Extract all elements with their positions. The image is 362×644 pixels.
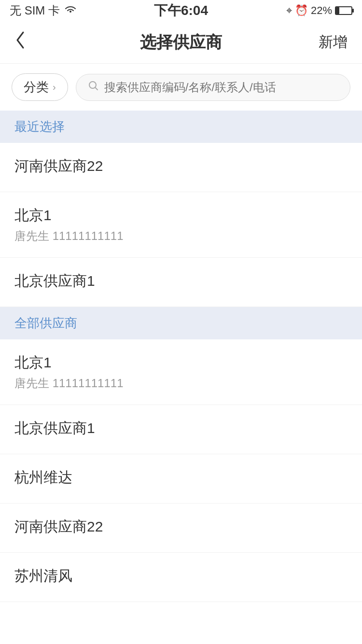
search-box: [76, 74, 350, 101]
item-name: 北京供应商1: [14, 419, 348, 438]
item-name: 北京供应商1: [14, 271, 348, 291]
status-right: ⌖ ⏰ 22%: [286, 4, 352, 17]
list-item[interactable]: 河南供应商22: [0, 143, 362, 192]
category-button[interactable]: 分类 ›: [12, 73, 68, 101]
item-name: 北京1: [14, 353, 348, 373]
item-sub: 唐先生 11111111111: [14, 376, 348, 391]
list-item[interactable]: 苏州清风: [0, 553, 362, 602]
item-name: 北京1: [14, 206, 348, 225]
filter-bar: 分类 ›: [0, 64, 362, 111]
battery-icon: [335, 6, 352, 15]
list-item[interactable]: 河南供应商22: [0, 504, 362, 553]
status-left: 无 SIM 卡: [10, 3, 77, 18]
item-name: 苏州清风: [14, 566, 348, 586]
item-sub: 唐先生 11111111111: [14, 228, 348, 244]
item-name: 杭州维达: [14, 468, 348, 488]
list-item[interactable]: 北京1唐先生 11111111111: [0, 192, 362, 258]
chevron-right-icon: ›: [53, 82, 56, 93]
status-time: 下午6:04: [154, 1, 208, 20]
item-name: 河南供应商22: [14, 156, 348, 176]
back-button[interactable]: [14, 30, 43, 54]
add-button[interactable]: 新增: [319, 32, 348, 52]
list-item[interactable]: 北京供应商1: [0, 258, 362, 307]
item-name: 河南供应商22: [14, 517, 348, 537]
all-section-header: 全部供应商: [0, 307, 362, 339]
nav-bar: 选择供应商 新增: [0, 21, 362, 64]
wifi-icon: [64, 4, 77, 17]
alarm-icon: ⏰: [295, 4, 308, 17]
page-title: 选择供应商: [140, 31, 222, 54]
list-item[interactable]: 杭州维达: [0, 454, 362, 504]
category-label: 分类: [24, 79, 49, 96]
carrier-label: 无 SIM 卡: [10, 3, 60, 18]
list-item[interactable]: 北京1唐先生 11111111111: [0, 339, 362, 405]
list-item[interactable]: 北京供应商1: [0, 405, 362, 454]
location-icon: ⌖: [286, 4, 292, 17]
search-icon: [88, 80, 99, 95]
all-list: 北京1唐先生 11111111111北京供应商1杭州维达河南供应商22苏州清风: [0, 339, 362, 602]
recent-list: 河南供应商22北京1唐先生 11111111111北京供应商1: [0, 143, 362, 307]
status-bar: 无 SIM 卡 下午6:04 ⌖ ⏰ 22%: [0, 0, 362, 21]
recent-section-header: 最近选择: [0, 111, 362, 143]
search-input[interactable]: [104, 81, 338, 94]
battery-label: 22%: [311, 4, 332, 17]
